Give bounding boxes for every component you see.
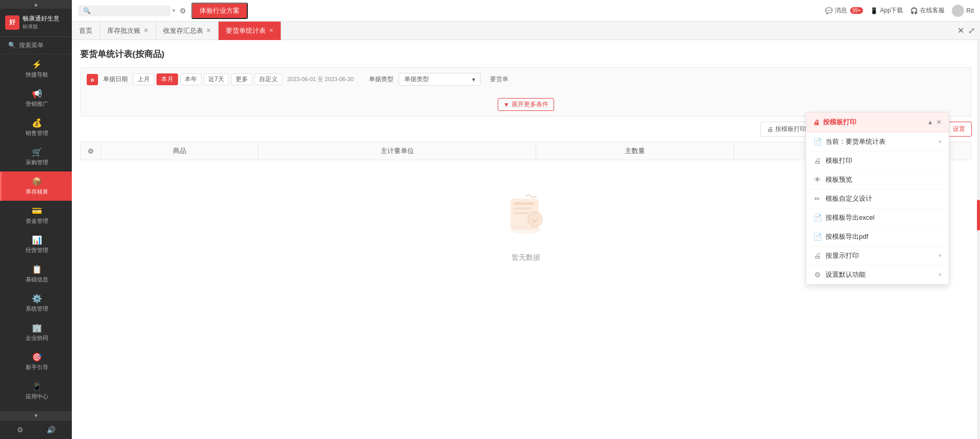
filter-expand-btn[interactable]: » xyxy=(87,74,98,85)
download-icon: 📱 xyxy=(870,7,878,14)
date-filter-label: 单据日期 xyxy=(103,75,128,84)
tab-close-all-icon[interactable]: ✕ xyxy=(957,26,964,35)
table-col-settings[interactable]: ⚙ xyxy=(81,142,101,160)
sidebar-item-inventory[interactable]: 📦 库存核算 xyxy=(0,171,72,201)
tab-receipt-summary-close[interactable]: ✕ xyxy=(206,27,211,34)
main-content: 🔍 ▾ ⚙ 体验行业方案 💬 消息 99+ 📱 App下载 🎧 在线客服 Rit xyxy=(72,0,980,439)
sales-icon: 💰 xyxy=(32,118,42,128)
print-icon: 🖨 xyxy=(767,126,773,133)
tab-inventory-batch-close[interactable]: ✕ xyxy=(144,27,148,34)
message-icon: 💬 xyxy=(825,7,833,14)
empty-icon xyxy=(500,191,552,247)
dropdown-arrow-icon: ▾ xyxy=(472,76,475,83)
date-btn-last-month[interactable]: 上月 xyxy=(133,73,154,85)
enterprise-icon: 🏢 xyxy=(32,323,42,333)
sidebar-item-purchase[interactable]: 🛒 采购管理 xyxy=(0,142,72,171)
app-logo-text: 畅康通好生意 标准版 xyxy=(23,15,60,30)
print-template-preview-item[interactable]: 👁 模板预览 xyxy=(806,170,949,189)
quick-nav-icon: ⚡ xyxy=(32,60,42,69)
print-export-pdf-item[interactable]: 📄 按模板导出pdf xyxy=(806,227,949,246)
date-range-display: 2023-06-01 至 2023-06-30 xyxy=(287,75,354,83)
search-dropdown-arrow[interactable]: ▾ xyxy=(172,7,175,14)
app-logo-icon: 好 xyxy=(5,15,19,30)
page-content: 要货单统计表(按商品) » 单据日期 上月 本月 本年 近7天 更多 自定义 2… xyxy=(72,40,980,439)
topbar-gear-icon[interactable]: ⚙ xyxy=(180,7,186,15)
order-goods-label: 要货单 xyxy=(490,75,508,84)
table-col-goods: 商品 xyxy=(101,142,259,160)
template-print-icon: 🖨 xyxy=(813,157,821,165)
audio-bottom-icon[interactable]: 🔊 xyxy=(47,426,55,434)
sidebar-item-wechat[interactable]: 💬 企业微信 xyxy=(0,406,72,411)
sidebar-scroll-down[interactable]: ▼ xyxy=(0,411,72,420)
sidebar-item-operations[interactable]: 📊 经营管理 xyxy=(0,230,72,259)
sidebar-item-marketing[interactable]: 📢 营销推广 xyxy=(0,84,72,113)
system-icon: ⚙️ xyxy=(32,294,42,303)
sidebar-item-apps[interactable]: 📱 应用中心 xyxy=(0,376,72,406)
sidebar-item-basics[interactable]: 📋 基础信息 xyxy=(0,259,72,289)
date-btn-this-month[interactable]: 本月 xyxy=(156,73,178,85)
sidebar-bottom: ⚙ 🔊 xyxy=(0,420,72,439)
newbie-icon: 🎯 xyxy=(32,352,42,362)
tab-receipt-summary[interactable]: 收发存汇总表 ✕ xyxy=(156,22,219,40)
scrollbar-track xyxy=(977,40,980,439)
industry-btn[interactable]: 体验行业方案 xyxy=(191,3,248,19)
sidebar-item-finance[interactable]: 💳 资金管理 xyxy=(0,201,72,230)
message-action[interactable]: 💬 消息 99+ xyxy=(825,6,863,15)
page-title: 要货单统计表(按商品) xyxy=(80,48,972,60)
search-bar[interactable]: 🔍 xyxy=(78,5,170,16)
sidebar-scroll-up[interactable]: ▲ xyxy=(0,0,72,9)
settings-btn[interactable]: 设置 xyxy=(946,122,972,137)
topbar-actions: 💬 消息 99+ 📱 App下载 🎧 在线客服 Rit xyxy=(825,5,974,17)
display-print-item[interactable]: 🖨 按显示打印 ▾ xyxy=(806,246,949,265)
print-template-print-item[interactable]: 🖨 模板打印 xyxy=(806,151,949,170)
tab-expand-icon[interactable]: ⤢ xyxy=(968,26,975,35)
settings-bottom-icon[interactable]: ⚙ xyxy=(17,426,24,434)
print-template-custom-item[interactable]: ✏ 模板自定义设计 xyxy=(806,189,949,208)
template-preview-icon: 👁 xyxy=(813,176,821,184)
display-print-icon: 🖨 xyxy=(813,252,821,260)
sidebar-search-menu[interactable]: 🔍 搜索菜单 xyxy=(0,37,72,54)
finance-icon: 💳 xyxy=(32,206,42,216)
print-dropdown-collapse-btn[interactable]: ▲ xyxy=(927,119,933,126)
date-btn-more[interactable]: 更多 xyxy=(231,73,252,85)
print-export-excel-item[interactable]: 📄 按模板导出excel xyxy=(806,208,949,227)
purchase-icon: 🛒 xyxy=(32,147,42,157)
print-dropdown-controls: ▲ ✕ xyxy=(927,119,942,126)
sidebar-item-enterprise[interactable]: 🏢 企业协同 xyxy=(0,318,72,347)
order-type-dropdown[interactable]: 单据类型 ▾ xyxy=(399,73,481,86)
search-input[interactable] xyxy=(91,7,152,14)
tab-order-stats-close[interactable]: ✕ xyxy=(269,27,273,34)
date-btn-this-year[interactable]: 本年 xyxy=(180,73,202,85)
sidebar: ▲ 好 畅康通好生意 标准版 🔍 搜索菜单 ⚡ 快捷导航 📢 营销推广 💰 销售… xyxy=(0,0,72,439)
tab-inventory-batch[interactable]: 库存批次账 ✕ xyxy=(100,22,156,40)
sidebar-item-newbie[interactable]: 🎯 新手引导 xyxy=(0,347,72,376)
export-excel-icon: 📄 xyxy=(813,214,821,222)
sidebar-item-sales[interactable]: 💰 销售管理 xyxy=(0,113,72,142)
operations-icon: 📊 xyxy=(32,235,42,245)
print-dropdown-close-btn[interactable]: ✕ xyxy=(936,119,942,126)
date-btn-custom[interactable]: 自定义 xyxy=(254,73,282,85)
print-current-template-item[interactable]: 📄 当前：要货单统计表 ▾ xyxy=(806,132,949,151)
apps-icon: 📱 xyxy=(32,381,42,391)
app-download-action[interactable]: 📱 App下载 xyxy=(870,6,903,15)
sidebar-item-system[interactable]: ⚙️ 系统管理 xyxy=(0,289,72,318)
print-dropdown-title: 🖨 按模板打印 xyxy=(813,118,856,127)
print-dropdown-menu: 🖨 按模板打印 ▲ ✕ 📄 当前：要货单统计表 ▾ 🖨 模板打印 xyxy=(806,112,949,285)
marketing-icon: 📢 xyxy=(32,89,42,99)
svg-rect-3 xyxy=(514,207,532,209)
date-btn-7days[interactable]: 近7天 xyxy=(204,73,229,85)
user-avatar-action[interactable]: Rit xyxy=(952,5,974,17)
set-default-item[interactable]: ⚙ 设置默认功能 ▾ xyxy=(806,265,949,284)
service-icon: 🎧 xyxy=(910,7,918,14)
scrollbar-thumb[interactable] xyxy=(977,200,980,231)
more-filter-btn[interactable]: ▼ 展开更多条件 xyxy=(498,98,554,111)
set-default-arrow: ▾ xyxy=(938,271,942,278)
online-service-action[interactable]: 🎧 在线客服 xyxy=(910,6,945,15)
tab-home[interactable]: 首页 xyxy=(72,22,100,40)
current-template-arrow: ▾ xyxy=(938,138,942,145)
search-icon: 🔍 xyxy=(8,42,16,49)
tab-order-stats[interactable]: 要货单统计表 ✕ xyxy=(219,22,281,40)
sidebar-item-quick-nav[interactable]: ⚡ 快捷导航 xyxy=(0,54,72,84)
more-filter-icon: ▼ xyxy=(503,101,509,108)
svg-point-5 xyxy=(528,212,542,226)
